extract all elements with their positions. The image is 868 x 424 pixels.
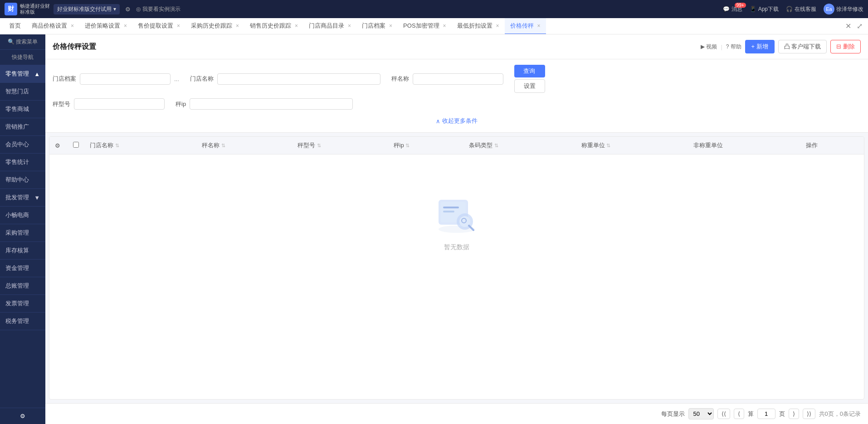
version-settings-icon[interactable]: ⚙ — [123, 4, 132, 14]
help-button[interactable]: ? 帮助 — [726, 43, 741, 51]
tab-close-purchase-history[interactable]: × — [236, 23, 239, 29]
sort-scale-name-icon[interactable]: ⇅ — [221, 143, 225, 148]
th-scale-model[interactable]: 秤型号 ⇅ — [292, 137, 388, 154]
sidebar-item-smart-store[interactable]: 智慧门店 — [0, 83, 45, 101]
sidebar-quick-nav[interactable]: 快捷导航 — [0, 50, 45, 65]
store-profile-ellipsis[interactable]: ... — [174, 76, 179, 82]
sidebar-item-xiaochange-ecom[interactable]: 小畅电商 — [0, 207, 45, 224]
sort-scale-model-icon[interactable]: ⇅ — [317, 143, 321, 148]
online-service-button[interactable]: 🎧 在线客服 — [786, 5, 816, 13]
sidebar-item-general-ledger[interactable]: 总账管理 — [0, 277, 45, 295]
page-number-input[interactable] — [757, 409, 775, 419]
tab-sale-price[interactable]: 售价提取设置 × — [132, 18, 185, 34]
settings-config-button[interactable]: 设置 — [514, 79, 545, 93]
page-title: 价格传秤设置 — [53, 42, 96, 52]
collapse-button[interactable]: ∧ 收起更多条件 — [53, 115, 861, 127]
sidebar-item-help-center[interactable]: 帮助中心 — [0, 171, 45, 189]
th-scale-ip[interactable]: 秤ip ⇅ — [388, 137, 464, 154]
next-page-button[interactable]: ⟩ — [789, 409, 799, 419]
divider: | — [721, 43, 722, 50]
filter-scale-ip: 秤ip — [176, 98, 353, 110]
video-button[interactable]: ▶ 视频 — [701, 43, 717, 51]
sidebar-item-retail-mall[interactable]: 零售商城 — [0, 101, 45, 118]
tab-sale-history[interactable]: 销售历史价跟踪 × — [244, 18, 303, 34]
tab-price-setting[interactable]: 商品价格设置 × — [26, 18, 79, 34]
th-store-name[interactable]: 门店名称 ⇅ — [84, 137, 196, 154]
svg-rect-4 — [443, 211, 454, 212]
tab-store-catalog[interactable]: 门店商品目录 × — [303, 18, 356, 34]
th-scale-name[interactable]: 秤名称 ⇅ — [196, 137, 292, 154]
tab-maximize-button[interactable]: ⤢ — [855, 20, 864, 32]
sidebar-item-tax-mgmt[interactable]: 税务管理 — [0, 313, 45, 330]
tab-min-discount[interactable]: 最低折扣设置 × — [452, 18, 505, 34]
tab-close-store-profile[interactable]: × — [389, 23, 392, 29]
sidebar-item-inventory[interactable]: 库存核算 — [0, 242, 45, 260]
svg-rect-3 — [443, 207, 459, 208]
sidebar-item-invoice-mgmt[interactable]: 发票管理 — [0, 295, 45, 313]
user-menu[interactable]: Ea 徐泽华修改 — [824, 4, 863, 14]
tab-close-store-catalog[interactable]: × — [348, 23, 351, 29]
tab-close-sale-history[interactable]: × — [295, 23, 298, 29]
tab-purchase-history[interactable]: 采购历史价跟踪 × — [185, 18, 244, 34]
delete-button[interactable]: ⊟ 删除 — [830, 40, 861, 53]
th-operation: 操作 — [800, 137, 864, 154]
settings-icon: ⚙ — [20, 413, 25, 419]
sidebar-search[interactable]: 🔍 搜索菜单 — [0, 34, 45, 50]
sidebar-item-purchase-mgmt[interactable]: 采购管理 — [0, 224, 45, 242]
version-selector[interactable]: 好业财标准版交付试用 ▾ — [54, 4, 120, 14]
store-name-input[interactable] — [217, 73, 380, 85]
th-non-weight-unit: 非称重单位 — [688, 137, 800, 154]
tab-close-pos-management[interactable]: × — [443, 23, 446, 29]
scale-ip-input[interactable] — [190, 98, 353, 110]
th-weight-unit[interactable]: 称重单位 ⇅ — [576, 137, 688, 154]
tab-close-sale-price[interactable]: × — [177, 23, 180, 29]
store-profile-input[interactable] — [80, 73, 171, 85]
first-page-button[interactable]: ⟨⟨ — [717, 409, 730, 419]
sort-barcode-type-icon[interactable]: ⇅ — [494, 143, 498, 148]
content-area: 价格传秤设置 ▶ 视频 | ? 帮助 + 新增 凸 客户端下载 ⊟ — [45, 34, 868, 424]
sidebar-item-wholesale-mgmt[interactable]: 批发管理 ▼ — [0, 189, 45, 207]
demo-link[interactable]: ◎ 我要看实例演示 — [136, 5, 180, 13]
filter-scale-name: 秤名称 — [391, 73, 503, 85]
tab-home[interactable]: 首页 — [4, 18, 26, 34]
tab-price-scale[interactable]: 价格传秤 × — [505, 18, 546, 34]
messages-button[interactable]: 💬 消息 99+ — [723, 5, 742, 13]
chevron-up-icon: ∧ — [436, 118, 440, 125]
sidebar-item-retail-mgmt[interactable]: 零售管理 ▲ — [0, 65, 45, 83]
sort-scale-ip-icon[interactable]: ⇅ — [405, 143, 410, 148]
tab-close-all-button[interactable]: ✕ — [844, 20, 853, 32]
prev-page-button[interactable]: ⟨ — [734, 409, 744, 419]
tab-close-price-setting[interactable]: × — [71, 23, 74, 29]
scale-model-input[interactable] — [74, 98, 165, 110]
tab-store-profile[interactable]: 门店档案 × — [356, 18, 398, 34]
tab-close-price-scale[interactable]: × — [537, 23, 541, 29]
select-all-checkbox[interactable] — [73, 142, 79, 148]
th-checkbox — [68, 137, 84, 154]
store-name-label: 门店名称 — [190, 75, 214, 83]
filter-store-profile: 门店档案 ... — [53, 73, 179, 85]
scale-name-input[interactable] — [413, 73, 503, 85]
app-logo-icon: 财 — [5, 3, 17, 15]
tab-purchase-strategy[interactable]: 进价策略设置 × — [79, 18, 132, 34]
tab-close-purchase-strategy[interactable]: × — [124, 23, 127, 29]
sidebar-item-member-center[interactable]: 会员中心 — [0, 136, 45, 154]
sidebar-settings[interactable]: ⚙ — [0, 408, 45, 424]
th-barcode-type[interactable]: 条码类型 ⇅ — [463, 137, 575, 154]
sidebar-item-retail-stats[interactable]: 零售统计 — [0, 154, 45, 171]
add-button[interactable]: + 新增 — [745, 40, 775, 53]
page-size-select[interactable]: 50 10 20 100 — [688, 408, 714, 419]
th-settings[interactable]: ⚙ — [49, 137, 68, 154]
last-page-button[interactable]: ⟩⟩ — [803, 409, 815, 419]
sort-store-name-icon[interactable]: ⇅ — [115, 143, 119, 148]
app-download-button[interactable]: 📱 App下载 — [750, 5, 779, 13]
sidebar-item-marketing[interactable]: 营销推广 — [0, 118, 45, 136]
tab-pos-management[interactable]: POS加密管理 × — [398, 18, 451, 34]
sidebar-item-finance[interactable]: 资金管理 — [0, 260, 45, 277]
query-button[interactable]: 查询 — [514, 65, 545, 77]
tab-close-min-discount[interactable]: × — [496, 23, 499, 29]
filter-section: 门店档案 ... 门店名称 秤名称 查询 设置 — [45, 59, 868, 133]
empty-state: 暂无数据 — [49, 154, 864, 288]
app-logo-text: 畅捷通好业财 标准版 — [20, 3, 50, 15]
download-client-button[interactable]: 凸 客户端下载 — [778, 40, 827, 53]
sort-weight-unit-icon[interactable]: ⇅ — [606, 143, 610, 148]
